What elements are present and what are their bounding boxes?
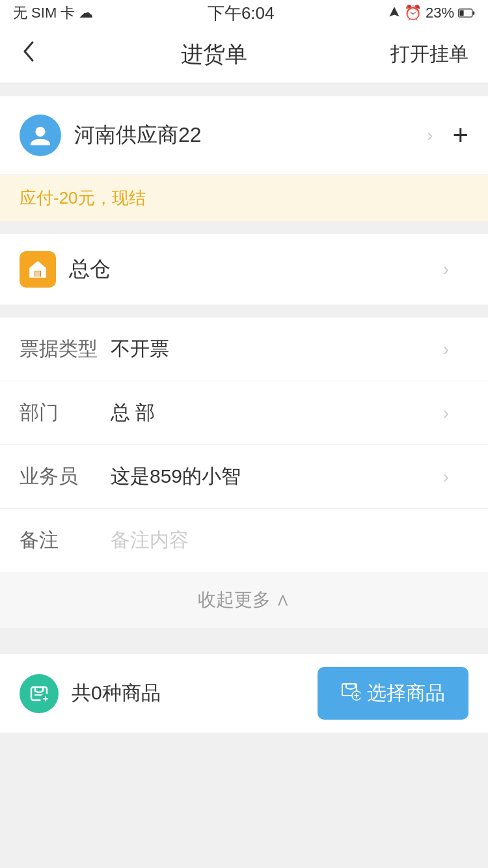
nav-title: 进货单 (181, 40, 247, 70)
select-product-button[interactable]: 选择商品 (318, 667, 468, 720)
salesperson-value: 这是859的小智 (111, 463, 443, 490)
remark-row[interactable]: 备注 备注内容 (0, 508, 488, 572)
status-time: 下午6:04 (208, 2, 275, 25)
select-product-label: 选择商品 (367, 680, 445, 707)
section-divider-3 (0, 628, 488, 641)
supplier-name: 河南供应商22 (74, 121, 427, 150)
warehouse-section: 总仓 › (0, 234, 488, 305)
form-section: 票据类型 不开票 › 部门 总 部 › 业务员 这是859的小智 › 备注 备注… (0, 318, 488, 572)
battery-percent: 23% (426, 5, 454, 21)
department-label: 部门 (20, 400, 111, 426)
warehouse-icon (20, 251, 56, 288)
svg-marker-0 (389, 7, 399, 17)
salesperson-row[interactable]: 业务员 这是859的小智 › (0, 444, 488, 508)
bottom-bar: 共0种商品 选择商品 (0, 654, 488, 733)
section-divider-2 (0, 305, 488, 318)
back-button[interactable] (20, 37, 38, 72)
supplier-notice: 应付-20元，现结 (0, 175, 488, 221)
invoice-type-chevron-icon: › (443, 339, 449, 360)
department-row[interactable]: 部门 总 部 › (0, 381, 488, 444)
invoice-type-label: 票据类型 (20, 336, 111, 362)
svg-rect-7 (35, 271, 40, 277)
select-product-icon (341, 681, 360, 705)
salesperson-chevron-icon: › (443, 467, 449, 487)
salesperson-label: 业务员 (20, 463, 111, 490)
status-bar: 无 SIM 卡 ☁ 下午6:04 ⏰ 23% (0, 0, 488, 26)
status-left: 无 SIM 卡 ☁ (13, 3, 93, 23)
invoice-type-value: 不开票 (111, 336, 443, 362)
battery-icon (388, 5, 400, 21)
supplier-section: 河南供应商22 › + 应付-20元，现结 (0, 96, 488, 221)
department-value: 总 部 (111, 400, 443, 426)
warehouse-row[interactable]: 总仓 › (0, 234, 488, 305)
svg-point-4 (35, 127, 45, 137)
alarm-icon: ⏰ (404, 5, 422, 21)
remark-input[interactable]: 备注内容 (111, 527, 468, 554)
sim-status: 无 SIM 卡 ☁ (13, 3, 93, 23)
supplier-chevron-icon: › (427, 125, 433, 146)
remark-label: 备注 (20, 527, 111, 554)
open-pending-button[interactable]: 打开挂单 (390, 41, 468, 68)
svg-rect-3 (473, 11, 475, 14)
product-left: 共0种商品 (20, 674, 161, 713)
department-chevron-icon: › (443, 403, 449, 424)
invoice-type-row[interactable]: 票据类型 不开票 › (0, 318, 488, 381)
product-count: 共0种商品 (72, 680, 161, 707)
top-divider (0, 83, 488, 96)
warehouse-name: 总仓 (69, 255, 443, 284)
supplier-row[interactable]: 河南供应商22 › + (0, 96, 488, 175)
battery-icon (458, 5, 475, 21)
collapse-label: 收起更多 ∧ (198, 588, 291, 612)
section-divider-1 (0, 221, 488, 234)
add-supplier-button[interactable]: + (452, 120, 468, 151)
svg-rect-2 (459, 10, 463, 16)
collapse-button[interactable]: 收起更多 ∧ (0, 572, 488, 628)
nav-bar: 进货单 打开挂单 (0, 26, 488, 83)
warehouse-chevron-icon: › (443, 259, 449, 280)
product-icon (20, 674, 59, 713)
status-right: ⏰ 23% (388, 5, 475, 21)
supplier-avatar (20, 115, 61, 156)
